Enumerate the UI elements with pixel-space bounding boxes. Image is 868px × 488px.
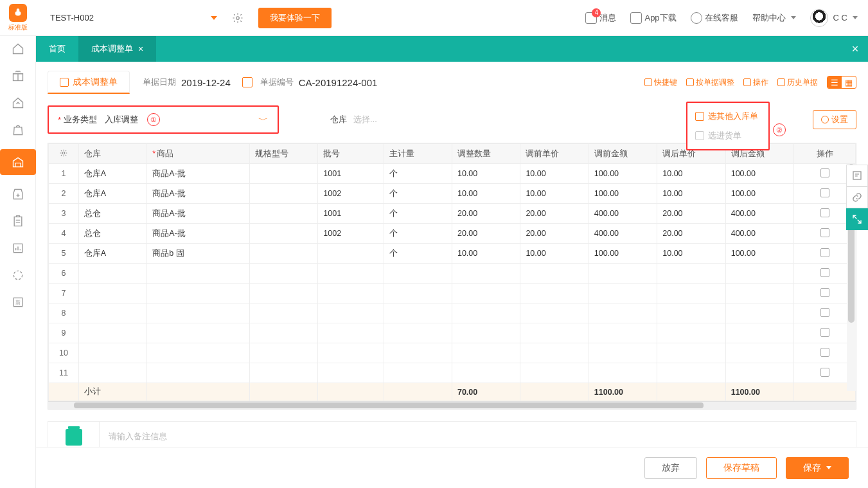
help-center-link[interactable]: 帮助中心 bbox=[752, 12, 796, 24]
doc-no-value: CA-20191224-001 bbox=[299, 77, 378, 88]
adjust-by-doc-link[interactable]: 按单据调整 bbox=[686, 77, 734, 88]
table-row[interactable]: 7 bbox=[49, 284, 856, 303]
table-row[interactable]: 6 bbox=[49, 264, 856, 284]
col-spec[interactable]: 规格型号 bbox=[249, 144, 317, 164]
nav-house-up-icon[interactable] bbox=[10, 95, 26, 111]
table-row[interactable]: 10 bbox=[49, 343, 856, 363]
col-warehouse[interactable]: 仓库 bbox=[78, 144, 146, 164]
avatar[interactable] bbox=[810, 9, 828, 27]
tenant-name: TEST-H002 bbox=[50, 13, 94, 23]
table-row[interactable]: 9 bbox=[49, 323, 856, 343]
table-wrap: 仓库 *商品 规格型号 批号 主计量 调整数量 调前单价 调前金额 调后单价 调… bbox=[48, 143, 856, 410]
delete-icon[interactable] bbox=[820, 208, 829, 217]
trial-button[interactable]: 我要体验一下 bbox=[258, 8, 332, 28]
chevron-down-icon bbox=[826, 466, 831, 469]
table-row[interactable]: 11 bbox=[49, 363, 856, 383]
delete-icon[interactable] bbox=[820, 368, 829, 377]
opt-purchase: 选进货单 bbox=[687, 126, 768, 145]
nav-bag-icon[interactable] bbox=[10, 122, 26, 138]
delete-icon[interactable] bbox=[820, 288, 829, 297]
headset-icon bbox=[691, 12, 702, 24]
tab-cost-adjust[interactable]: 成本调整单 × bbox=[78, 36, 156, 62]
col-pre-amount[interactable]: 调前金额 bbox=[589, 144, 657, 164]
app-download-link[interactable]: App下载 bbox=[630, 12, 676, 24]
right-float-toolbar bbox=[846, 165, 868, 230]
chevron-down-icon bbox=[791, 16, 796, 19]
ops-link[interactable]: 操作 bbox=[743, 77, 768, 88]
shortcut-link[interactable]: 快捷键 bbox=[644, 77, 677, 88]
save-draft-button[interactable]: 保存草稿 bbox=[706, 457, 777, 479]
table-row[interactable]: 1仓库A商品A-批1001个10.0010.00100.0010.00100.0… bbox=[49, 164, 856, 184]
list-view-button[interactable]: ☰ bbox=[828, 77, 842, 88]
messages-link[interactable]: 4 消息 bbox=[585, 12, 616, 24]
grid-view-button[interactable]: ▦ bbox=[842, 77, 856, 88]
nav-money-icon[interactable] bbox=[10, 186, 26, 202]
date-value[interactable]: 2019-12-24 bbox=[181, 77, 231, 88]
close-icon[interactable]: × bbox=[138, 44, 143, 53]
logo-label: 标准版 bbox=[8, 23, 28, 32]
svg-point-0 bbox=[236, 16, 240, 19]
col-batch[interactable]: 批号 bbox=[318, 144, 384, 164]
history-icon bbox=[777, 78, 785, 86]
table-row[interactable]: 5仓库A商品b 固个10.0010.00100.0010.00100.00 bbox=[49, 244, 856, 264]
logo[interactable]: 标准版 bbox=[0, 4, 36, 32]
svg-point-7 bbox=[62, 152, 65, 154]
biz-type-select[interactable]: * 业务类型 入库调整 ① ﹀ bbox=[48, 105, 279, 134]
col-pre-price[interactable]: 调前单价 bbox=[520, 144, 589, 164]
calendar-icon[interactable] bbox=[242, 77, 252, 87]
float-note-icon[interactable] bbox=[846, 165, 868, 186]
svg-point-4 bbox=[13, 271, 22, 279]
doc-icon bbox=[695, 112, 704, 121]
discard-button[interactable]: 放弃 bbox=[644, 457, 697, 479]
delete-icon[interactable] bbox=[820, 188, 829, 197]
tenant-select[interactable]: TEST-H002 bbox=[44, 8, 224, 28]
delete-icon[interactable] bbox=[820, 168, 829, 177]
nav-home-icon[interactable] bbox=[10, 41, 26, 57]
col-unit[interactable]: 主计量 bbox=[384, 144, 452, 164]
nav-warehouse-icon[interactable] bbox=[0, 149, 36, 175]
nav-new-icon[interactable]: 新 bbox=[10, 294, 26, 310]
nav-clipboard-icon[interactable] bbox=[10, 213, 26, 229]
opt-other-inbound[interactable]: 选其他入库单 bbox=[687, 107, 768, 126]
delete-icon[interactable] bbox=[820, 328, 829, 337]
close-all-tabs-button[interactable]: × bbox=[842, 36, 868, 62]
user-menu[interactable]: C C bbox=[833, 13, 858, 23]
save-button[interactable]: 保存 bbox=[786, 457, 849, 479]
biz-type-value: 入库调整 bbox=[105, 114, 138, 125]
float-expand-icon[interactable] bbox=[846, 208, 868, 230]
table-row[interactable]: 8 bbox=[49, 303, 856, 323]
delete-icon[interactable] bbox=[820, 308, 829, 317]
col-product[interactable]: *商品 bbox=[147, 144, 250, 164]
tab-home[interactable]: 首页 bbox=[36, 36, 78, 62]
delete-icon[interactable] bbox=[820, 248, 829, 257]
delete-icon[interactable] bbox=[820, 268, 829, 277]
logo-icon bbox=[9, 4, 27, 22]
history-link[interactable]: 历史单据 bbox=[777, 77, 818, 88]
table-row[interactable]: 2仓库A商品A-批1002个10.0010.00100.0010.00100.0… bbox=[49, 184, 856, 204]
ops-icon bbox=[743, 78, 751, 86]
table-row[interactable]: 3总仓商品A-批1001个20.0020.00400.0020.00400.00 bbox=[49, 204, 856, 224]
date-label: 单据日期 bbox=[143, 77, 176, 88]
source-doc-dropdown: 选其他入库单 选进货单 bbox=[686, 102, 770, 150]
warehouse-select[interactable]: 仓库 选择... bbox=[330, 114, 377, 125]
doc-meta: 单据日期 2019-12-24 单据编号 CA-20191224-001 bbox=[143, 77, 389, 88]
col-gear[interactable] bbox=[49, 144, 79, 164]
horizontal-scrollbar[interactable] bbox=[48, 401, 856, 409]
delete-icon[interactable] bbox=[820, 228, 829, 237]
nav-gift-icon[interactable] bbox=[10, 68, 26, 84]
page-content: 成本调整单 单据日期 2019-12-24 单据编号 CA-20191224-0… bbox=[36, 62, 868, 488]
nav-sync-icon[interactable] bbox=[10, 267, 26, 283]
delete-icon[interactable] bbox=[820, 348, 829, 357]
column-settings-button[interactable]: 设置 bbox=[813, 110, 856, 129]
footer-bar: 放弃 保存草稿 保存 bbox=[36, 447, 868, 488]
doc-header: 成本调整单 单据日期 2019-12-24 单据编号 CA-20191224-0… bbox=[48, 71, 856, 94]
float-link-icon[interactable] bbox=[846, 186, 868, 208]
col-adj-qty[interactable]: 调整数量 bbox=[452, 144, 520, 164]
nav-report-icon[interactable] bbox=[10, 240, 26, 256]
tenant-settings-button[interactable] bbox=[230, 10, 245, 26]
online-service-link[interactable]: 在线客服 bbox=[691, 12, 738, 24]
doc-icon bbox=[60, 78, 69, 87]
table-row[interactable]: 4总仓商品A-批1002个20.0020.00400.0020.00400.00 bbox=[49, 224, 856, 244]
col-ops: 操作 bbox=[794, 144, 856, 164]
doc-title-tab[interactable]: 成本调整单 bbox=[48, 71, 130, 94]
